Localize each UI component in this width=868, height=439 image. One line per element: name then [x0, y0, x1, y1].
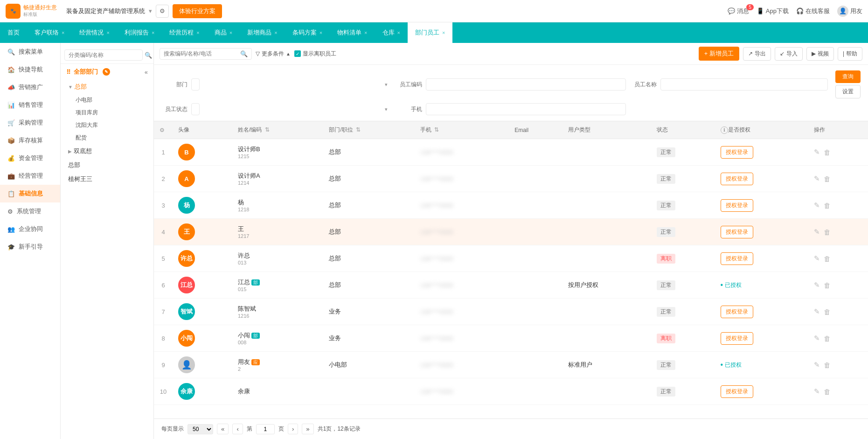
sidebar-quicknav[interactable]: 🏠 快捷导航 [0, 61, 60, 78]
delete-button[interactable]: 🗑 [824, 255, 831, 263]
sidebar-search[interactable]: 🔍 搜索菜单 [0, 43, 60, 61]
delete-button[interactable]: 🗑 [824, 175, 831, 183]
col-phone[interactable]: 手机 ⇅ [415, 121, 509, 139]
nav-warehouse[interactable]: 仓库 × [375, 22, 408, 43]
nav-add-goods[interactable]: 新增商品 × [240, 22, 285, 43]
dept-select[interactable] [191, 78, 200, 91]
edit-button[interactable]: ✎ [814, 387, 820, 396]
reset-button[interactable]: 设置 [835, 85, 861, 98]
auth-button[interactable]: 授权登录 [721, 199, 753, 212]
close-icon[interactable]: × [397, 30, 400, 35]
dept-child-ph[interactable]: 配货 [62, 132, 152, 144]
edit-button[interactable]: ✎ [814, 254, 820, 263]
close-icon[interactable]: × [364, 30, 367, 35]
sidebar-guide[interactable]: 🎓 新手引导 [0, 238, 60, 256]
dept-all-header[interactable]: ⠿ 全部部门 ✎ « [61, 64, 153, 80]
dept-node-zongbu[interactable]: 总部 [62, 158, 152, 172]
nav-barcode[interactable]: 条码方案 × [285, 22, 330, 43]
dept-node-zhishu[interactable]: 植树王三 [62, 172, 152, 186]
delete-button[interactable]: 🗑 [824, 202, 831, 209]
auth-info-icon[interactable]: ℹ [721, 126, 728, 134]
auth-button[interactable]: 授权登录 [721, 226, 753, 238]
query-button[interactable]: 查询 [835, 70, 861, 83]
close-icon[interactable]: × [229, 30, 232, 35]
dept-child-sydk[interactable]: 沈阳大库 [62, 119, 152, 132]
sidebar-purchase[interactable]: 🛒 采购管理 [0, 114, 60, 132]
delete-button[interactable]: 🗑 [824, 281, 831, 289]
delete-button[interactable]: 🗑 [824, 361, 831, 369]
dept-child-xmkf[interactable]: 项目库房 [62, 106, 152, 119]
close-icon[interactable]: × [274, 30, 277, 35]
edit-button[interactable]: ✎ [814, 361, 820, 369]
edit-button[interactable]: ✎ [814, 148, 820, 156]
close-icon[interactable]: × [62, 30, 64, 35]
search-icon[interactable]: 🔍 [240, 50, 248, 57]
show-resigned-checkbox[interactable]: ✓ [294, 50, 301, 57]
nav-customer[interactable]: 客户联络 × [27, 22, 72, 43]
edit-button[interactable]: ✎ [814, 334, 820, 342]
first-page-btn[interactable]: « [217, 424, 229, 434]
sidebar-operation[interactable]: 💼 经营管理 [0, 167, 60, 185]
dept-child-xdb[interactable]: 小电部 [62, 94, 152, 106]
dropdown-arrow[interactable]: ▾ [149, 7, 152, 14]
delete-button[interactable]: 🗑 [824, 334, 831, 342]
employee-search-input[interactable] [164, 50, 238, 57]
edit-button[interactable]: ✎ [814, 201, 820, 209]
auth-button[interactable]: 授权登录 [721, 252, 753, 265]
auth-button[interactable]: 授权登录 [721, 173, 753, 185]
close-icon[interactable]: × [106, 30, 109, 35]
nav-goods[interactable]: 商品 × [207, 22, 240, 43]
help-button[interactable]: | 帮助 [838, 47, 862, 61]
emp-status-select[interactable] [191, 103, 200, 115]
export-button[interactable]: ↗ 导出 [743, 47, 771, 61]
sidebar-inventory[interactable]: 📦 库存核算 [0, 132, 60, 149]
auth-button[interactable]: 授权登录 [721, 385, 753, 398]
close-icon[interactable]: × [319, 30, 322, 35]
sidebar-marketing[interactable]: 📣 营销推广 [0, 78, 60, 96]
last-page-btn[interactable]: » [302, 424, 313, 434]
sort-name-icon[interactable]: ⇅ [265, 126, 270, 133]
page-number-input[interactable] [256, 424, 275, 434]
trial-button[interactable]: 体验行业方案 [173, 4, 222, 18]
gear-button[interactable]: ⚙ [156, 5, 169, 18]
app-download-item[interactable]: 📱 App下载 [757, 7, 789, 15]
nav-dept-staff[interactable]: 部门员工 × [408, 22, 452, 43]
sidebar-finance[interactable]: 💰 资金管理 [0, 149, 60, 167]
emp-name-input[interactable] [660, 78, 828, 91]
nav-profit[interactable]: 利润报告 × [117, 22, 162, 43]
user-item[interactable]: 👤 用友 [837, 6, 862, 17]
video-button[interactable]: ▶ 视频 [806, 47, 834, 61]
dept-search-input[interactable] [64, 49, 143, 61]
auth-button[interactable]: 授权登录 [721, 332, 753, 345]
phone-input[interactable] [426, 103, 626, 115]
close-icon[interactable]: × [196, 30, 199, 35]
dept-node-shuangdi[interactable]: ▶ 双底想 [62, 144, 152, 158]
add-employee-button[interactable]: + 新增员工 [699, 47, 739, 61]
online-service-item[interactable]: 🎧 在线客服 [796, 7, 830, 15]
nav-home[interactable]: 首页 [0, 22, 27, 43]
edit-button[interactable]: ✎ [814, 174, 820, 183]
sidebar-system[interactable]: ⚙ 系统管理 [0, 202, 60, 220]
delete-button[interactable]: 🗑 [824, 148, 831, 156]
dept-node-headquarters[interactable]: ▼ 总部 [62, 80, 152, 94]
sort-dept-icon[interactable]: ⇅ [356, 126, 361, 133]
auth-button[interactable]: 授权登录 [721, 306, 753, 318]
sidebar-basic-info[interactable]: 📋 基础信息 [0, 185, 60, 202]
sort-phone-icon[interactable]: ⇅ [434, 126, 439, 133]
dept-edit-icon[interactable]: ✎ [103, 68, 110, 76]
sidebar-sales[interactable]: 📊 销售管理 [0, 96, 60, 114]
message-item[interactable]: 💬 消息 5 [728, 7, 749, 15]
dept-collapse-icon[interactable]: « [145, 69, 148, 76]
edit-button[interactable]: ✎ [814, 307, 820, 316]
auth-button[interactable]: 授权登录 [721, 146, 753, 159]
settings-icon[interactable]: ⚙ [160, 127, 165, 133]
prev-page-btn[interactable]: ‹ [232, 424, 243, 434]
emp-code-input[interactable] [426, 78, 626, 91]
dept-search-icon[interactable]: 🔍 [145, 52, 152, 59]
nav-history[interactable]: 经营历程 × [162, 22, 207, 43]
delete-button[interactable]: 🗑 [824, 308, 831, 316]
sidebar-collab[interactable]: 👥 企业协同 [0, 220, 60, 238]
next-page-btn[interactable]: › [288, 424, 298, 434]
close-icon-active[interactable]: × [442, 30, 445, 35]
import-button[interactable]: ↙ 导入 [775, 47, 803, 61]
